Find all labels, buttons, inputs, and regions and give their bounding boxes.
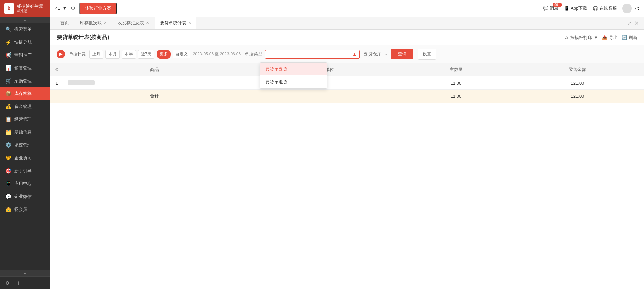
chevron-down-icon: ▼ [62, 6, 67, 11]
page-title: 要货单统计表(按商品) [57, 34, 109, 41]
chevron-down-icon: ▼ [594, 35, 598, 40]
page-content: 要货单统计表(按商品) 🖨 按模板打印 ▼ 📤 导出 🔄 刷新 ▶ [50, 30, 644, 289]
sidebar-item-quick-nav[interactable]: ⚡ 快捷导航 [0, 36, 50, 49]
search-icon: 🔍 [5, 26, 11, 32]
sidebar-item-enterprise-wechat[interactable]: 💬 企业微信 [0, 190, 50, 203]
warehouse-label: 要货仓库 [364, 51, 381, 57]
settings-icon[interactable]: ⚙ [5, 280, 10, 286]
collapse-icon[interactable]: ⏸ [15, 280, 20, 286]
row-product [64, 76, 245, 90]
online-service-btn[interactable]: 🎧 在线客服 [593, 5, 617, 12]
type-filter-group: 单据类型 ▲ [245, 50, 360, 59]
more-dates-btn[interactable]: 更多 [157, 50, 171, 59]
export-icon: 📤 [602, 35, 607, 40]
col-product: 商品 [64, 63, 245, 76]
sidebar-item-sales[interactable]: 📊 销售管理 [0, 62, 50, 74]
sidebar-item-vip[interactable]: 👑 畅会员 [0, 203, 50, 216]
sidebar-item-operations[interactable]: 📋 经营管理 [0, 113, 50, 126]
tab-close-all-btn[interactable]: ✕ [634, 20, 639, 26]
warehouse-filter: 要货仓库 ··· [364, 51, 387, 57]
messages-btn[interactable]: 💬 消息 99+ [543, 5, 558, 12]
sidebar-scroll-up[interactable]: ▲ [0, 17, 50, 23]
close-order-summary[interactable]: ✕ [188, 21, 191, 25]
col-settings[interactable]: ⚙ [50, 63, 64, 76]
7days-btn[interactable]: 近7天 [138, 50, 154, 59]
topbar-left: 41 ▼ ⚙ 体验行业方案 [55, 3, 117, 14]
row-amount: 121.00 [511, 76, 644, 90]
close-batch-inventory[interactable]: ✕ [104, 21, 107, 25]
filter-bar: ▶ 单据日期 上月 本月 本年 近7天 更多 自定义 2023-05-06 至 … [50, 45, 644, 63]
message-icon: 💬 [543, 6, 548, 11]
headset-icon: 🎧 [593, 6, 598, 11]
tabbar: 首页 库存批次账 ✕ 收发存汇总表 ✕ 要货单统计表 ✕ ⤢ ✕ [50, 17, 644, 30]
tab-delivery-summary[interactable]: 收发存汇总表 ✕ [113, 17, 154, 29]
app-logo: b [4, 3, 14, 14]
data-table: ⚙ 商品 主计量单位 主数量 零售金额 1 块 [50, 63, 644, 103]
query-btn[interactable]: 查询 [391, 49, 413, 59]
dropdown-item-order-request[interactable]: 要货单要货 [260, 63, 327, 75]
export-btn[interactable]: 📤 导出 [602, 35, 618, 41]
sidebar-item-finance[interactable]: 💰 资金管理 [0, 100, 50, 113]
app-title: 畅捷通好生意 标准版 [17, 4, 43, 13]
sidebar-item-inventory[interactable]: 📦 库存核算 [0, 87, 50, 100]
table-header-row: ⚙ 商品 主计量单位 主数量 零售金额 [50, 63, 644, 76]
tab-home[interactable]: 首页 [55, 17, 74, 29]
col-quantity: 主数量 [401, 63, 511, 76]
tab-expand-btn[interactable]: ⤢ [627, 20, 631, 26]
enterprise-wechat-icon: 💬 [5, 194, 11, 200]
refresh-btn[interactable]: 🔄 刷新 [622, 35, 637, 41]
prev-month-btn[interactable]: 上月 [89, 50, 103, 59]
row-quantity: 11.00 [401, 76, 511, 90]
system-icon: ⚙️ [5, 142, 11, 148]
topbar-settings-icon[interactable]: ⚙ [71, 5, 75, 12]
user-avatar [622, 4, 632, 13]
date-label: 单据日期 [69, 51, 87, 57]
sidebar-item-guide[interactable]: 🎯 新手引导 [0, 164, 50, 177]
type-label: 单据类型 [245, 51, 262, 57]
sidebar-nav: 🔍 搜索菜单 ⚡ 快捷导航 📢 营销推广 📊 销售管理 🛒 采购管理 📦 [0, 23, 50, 270]
type-value [268, 52, 306, 57]
warehouse-more-btn[interactable]: ··· [383, 52, 387, 57]
sidebar-item-system[interactable]: ⚙️ 系统管理 [0, 139, 50, 152]
inventory-icon: 📦 [5, 91, 11, 97]
app-download-btn[interactable]: 📱 App下载 [564, 5, 587, 12]
app-center-icon: 📱 [5, 181, 11, 187]
current-month-btn[interactable]: 本月 [105, 50, 120, 59]
trial-btn[interactable]: 体验行业方案 [79, 3, 117, 14]
type-arrow-icon: ▲ [352, 52, 357, 57]
tab-batch-inventory[interactable]: 库存批次账 ✕ [75, 17, 112, 29]
user-menu[interactable]: Rit [622, 4, 639, 13]
table-footer-row: 合计 11.00 121.00 [50, 90, 644, 103]
template-print-btn[interactable]: 🖨 按模板打印 ▼ [565, 35, 598, 41]
sidebar-item-cooperation[interactable]: 🤝 企业协同 [0, 152, 50, 164]
app-download-icon: 📱 [564, 6, 569, 11]
sidebar-item-app-center[interactable]: 📱 应用中心 [0, 177, 50, 190]
current-year-btn[interactable]: 本年 [122, 50, 136, 59]
purchase-icon: 🛒 [5, 78, 11, 84]
store-selector[interactable]: 41 ▼ [55, 6, 67, 11]
footer-quantity: 11.00 [401, 90, 511, 103]
tab-order-summary[interactable]: 要货单统计表 ✕ [155, 17, 196, 29]
filter-expand-btn[interactable]: ▶ [57, 50, 65, 58]
date-filter-group: 单据日期 上月 本月 本年 近7天 更多 自定义 2023-05-06 至 20… [69, 50, 241, 59]
close-delivery-summary[interactable]: ✕ [146, 21, 149, 25]
sidebar-scroll-down[interactable]: ▼ [0, 270, 50, 276]
sidebar-item-search[interactable]: 🔍 搜索菜单 [0, 23, 50, 36]
type-dropdown: 要货单要货 要货单退货 [260, 62, 327, 89]
sidebar-item-marketing[interactable]: 📢 营销推广 [0, 49, 50, 62]
date-options: 上月 本月 本年 近7天 更多 自定义 [89, 50, 190, 59]
date-range: 2023-05-06 至 2023-06-06 [193, 51, 241, 57]
sidebar-item-purchase[interactable]: 🛒 采购管理 [0, 74, 50, 87]
sidebar: b 畅捷通好生意 标准版 ▲ 🔍 搜索菜单 ⚡ 快捷导航 📢 营销推广 📊 销售… [0, 0, 50, 289]
filter-settings-btn[interactable]: 设置 [418, 49, 436, 60]
page-actions: 🖨 按模板打印 ▼ 📤 导出 🔄 刷新 [565, 35, 637, 41]
custom-date-btn[interactable]: 自定义 [173, 50, 190, 58]
row-index: 1 [50, 76, 64, 90]
dropdown-item-order-return[interactable]: 要货单退货 [260, 75, 327, 88]
vip-icon: 👑 [5, 206, 11, 213]
type-select[interactable]: ▲ [265, 50, 360, 59]
col-settings-icon[interactable]: ⚙ [55, 67, 59, 72]
sidebar-item-basic-info[interactable]: 🗂️ 基础信息 [0, 126, 50, 139]
sidebar-header: b 畅捷通好生意 标准版 [0, 0, 50, 17]
operations-icon: 📋 [5, 116, 11, 123]
